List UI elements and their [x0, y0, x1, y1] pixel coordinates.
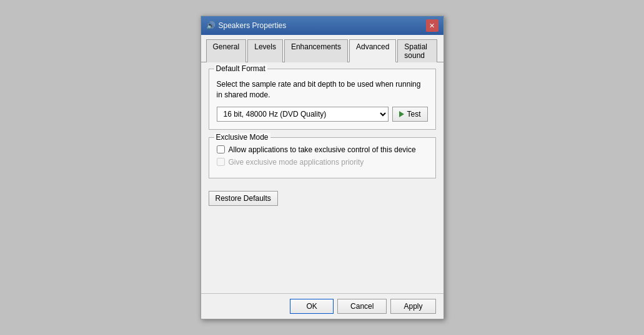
allow-exclusive-label: Allow applications to take exclusive con… [229, 145, 416, 154]
play-icon [399, 111, 404, 117]
priority-exclusive-checkbox[interactable] [217, 158, 225, 166]
priority-exclusive-row: Give exclusive mode applications priorit… [217, 158, 428, 167]
test-label: Test [407, 110, 420, 119]
format-row: 16 bit, 48000 Hz (DVD Quality) Test [217, 107, 428, 122]
tab-content: Default Format Select the sample rate an… [201, 62, 443, 293]
allow-exclusive-checkbox[interactable] [217, 145, 225, 153]
tab-spatial-sound[interactable]: Spatial sound [397, 39, 437, 62]
title-bar-left: 🔊 Speakers Properties [206, 21, 287, 30]
default-format-label: Default Format [214, 64, 267, 73]
default-format-description: Select the sample rate and bit depth to … [217, 79, 428, 100]
ok-button[interactable]: OK [290, 299, 334, 314]
apply-button[interactable]: Apply [390, 299, 435, 314]
close-button[interactable]: ✕ [426, 19, 438, 32]
footer: OK Cancel Apply [201, 293, 443, 319]
restore-defaults-button[interactable]: Restore Defaults [209, 191, 278, 206]
tab-general[interactable]: General [206, 39, 247, 62]
allow-exclusive-row: Allow applications to take exclusive con… [217, 145, 428, 154]
speakers-properties-dialog: 🔊 Speakers Properties ✕ General Levels E… [201, 16, 444, 319]
default-format-section: Default Format Select the sample rate an… [209, 69, 436, 130]
exclusive-mode-section: Exclusive Mode Allow applications to tak… [209, 137, 436, 178]
tab-advanced[interactable]: Advanced [349, 39, 396, 62]
speaker-icon: 🔊 [206, 21, 215, 30]
tab-enhancements[interactable]: Enhancements [284, 39, 348, 62]
exclusive-mode-label: Exclusive Mode [214, 133, 270, 142]
title-bar: 🔊 Speakers Properties ✕ [201, 16, 443, 35]
cancel-button[interactable]: Cancel [337, 299, 387, 314]
dialog-title: Speakers Properties [219, 21, 287, 30]
priority-exclusive-label: Give exclusive mode applications priorit… [229, 158, 364, 167]
test-button[interactable]: Test [392, 107, 427, 122]
tab-levels[interactable]: Levels [247, 39, 283, 62]
tab-bar: General Levels Enhancements Advanced Spa… [201, 35, 443, 62]
format-select[interactable]: 16 bit, 48000 Hz (DVD Quality) [217, 107, 389, 122]
